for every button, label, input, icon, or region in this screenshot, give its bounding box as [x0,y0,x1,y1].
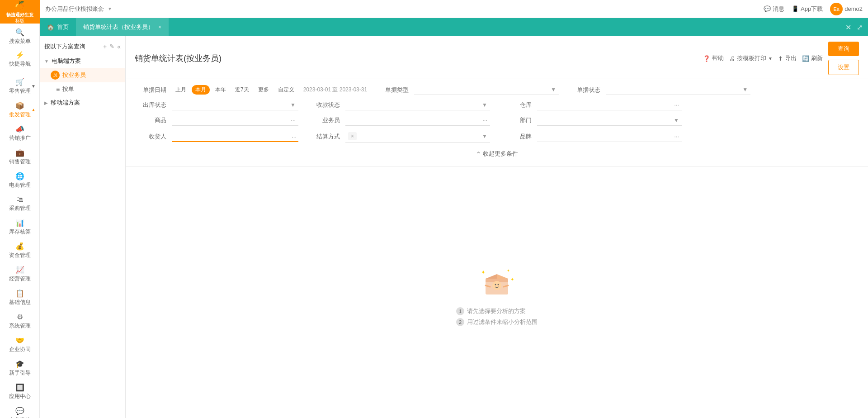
warehouse-select[interactable]: ··· [537,100,682,110]
sidebar-item-finance[interactable]: 💰 资金管理 [0,238,39,262]
left-panel-header: 按以下方案查询 + ✎ « [40,41,125,54]
export-label: 导出 [785,54,797,62]
brand-select[interactable]: ··· [537,131,682,142]
sidebar-item-basic[interactable]: 📋 基础信息 [0,285,39,309]
sidebar-quick-nav[interactable]: ⚡ 快捷导航 [0,48,39,71]
query-button[interactable]: 查询 [828,42,859,56]
empty-content: ✦ ✦ ✦ 1 请先选择要分析的方案 2 用过滤条件来缩小分析范围 [456,258,538,326]
tab-sales-stat[interactable]: 销货单统计表（按业务员） × [76,18,169,36]
tab-sales-stat-label: 销货单统计表（按业务员） [83,23,154,31]
ecommerce-icon: 🌐 [15,172,24,180]
doc-type-select[interactable]: ▼ [414,85,559,95]
corp-icon: 🤝 [15,336,24,345]
settle-arrow: ▼ [482,133,487,139]
refresh-button[interactable]: 🔄 刷新 [802,54,823,62]
sidebar-item-ecommerce[interactable]: 🌐 电商管理 [0,168,39,192]
settings-button[interactable]: 设置 [828,60,859,75]
receipt-status-label: 收款状态 [304,101,340,109]
date-tab-custom[interactable]: 自定义 [274,85,298,95]
nav-label: 快捷导航 [9,60,31,68]
collapse-panel-button[interactable]: « [117,43,121,50]
sidebar-item-corpwx[interactable]: 💬 企业微信 [0,403,39,418]
tab-home[interactable]: 🏠 首页 [40,18,76,36]
sidebar-item-marketing[interactable]: 📣 营销推广 [0,121,39,145]
settle-tag-remove[interactable]: × [351,133,354,139]
sidebar-item-operation[interactable]: 📈 经营管理 [0,262,39,285]
app-download-button[interactable]: 📱 App下载 [792,5,823,13]
msg-button[interactable]: 💬 消息 [764,5,784,13]
help-button[interactable]: ❓ 帮助 [703,54,724,62]
tab-close-all-button[interactable]: ✕ [844,21,853,33]
tree-item-by-salesperson[interactable]: 员 按业务员 [40,68,125,82]
collapse-filters-button[interactable]: ⌃ 收起更多条件 [135,147,859,161]
user-menu[interactable]: Ea demo2 [830,3,863,15]
tree-group-pc-header[interactable]: ▼ 电脑端方案 [40,54,125,68]
dept-select[interactable]: ▼ [537,115,682,126]
doc-type-label: 单据类型 [373,86,409,94]
tab-expand-button[interactable]: ⤢ [855,21,864,33]
edit-scheme-button[interactable]: ✎ [109,43,114,50]
msg-icon: 💬 [764,5,771,12]
operation-label: 经营管理 [9,275,31,283]
receiver-input[interactable] [172,131,298,142]
sidebar-item-inventory[interactable]: 📊 库存核算 [0,215,39,238]
sidebar-item-sales[interactable]: 💼 销售管理 [0,145,39,168]
tree-group-mobile-header[interactable]: ▶ 移动端方案 [40,96,125,109]
date-tabs: 上月 本月 本年 近7天 更多 自定义 [172,85,298,95]
date-tab-last7days[interactable]: 近7天 [231,85,253,95]
salesperson-label: 业务员 [304,116,340,124]
corp-label: 企业协同 [9,346,31,353]
search-label: 搜索菜单 [9,38,31,45]
receipt-status-select[interactable]: ▼ [345,100,490,110]
pc-group-arrow: ▼ [44,59,49,64]
print-icon: 🖨 [729,55,735,62]
date-tab-this-month[interactable]: 本月 [192,85,210,95]
help-label: 帮助 [712,54,724,62]
sidebar-item-appstore[interactable]: 🔲 应用中心 [0,380,39,403]
date-tab-more[interactable]: 更多 [255,85,273,95]
sidebar-item-wholesale[interactable]: 📦 批发管理 ▲ [0,98,39,121]
svg-text:✦: ✦ [481,269,486,276]
logo-text: 畅捷通好生意标版 [6,12,33,24]
right-content: 销货单统计表(按业务员) ❓ 帮助 🖨 按模板打印 ▼ ⬆ 导出 [126,36,868,418]
sidebar-item-retail[interactable]: 🛒 零售管理 ▼ [0,74,39,98]
refresh-label: 刷新 [811,54,823,62]
tree-group-pc: ▼ 电脑端方案 员 按业务员 ≡ 按单 [40,54,125,96]
settle-select[interactable]: × ▼ [345,130,490,142]
empty-tip-2: 2 用过滤条件来缩小分析范围 [456,318,538,326]
system-icon: ⚙ [17,313,23,321]
topbar-dropdown-arrow[interactable]: ▼ [108,6,112,11]
receiver-label: 收货人 [135,133,166,141]
sidebar-item-system[interactable]: ⚙ 系统管理 [0,309,39,332]
basic-icon: 📋 [15,289,24,298]
date-tab-this-year[interactable]: 本年 [212,85,230,95]
wholesale-arrow: ▲ [31,107,36,112]
wholesale-icon: 📦 [15,101,24,110]
sidebar-item-newbie[interactable]: 🎓 新手引导 [0,356,39,380]
receipt-status-arrow: ▼ [482,102,487,108]
filter-row-1: 单据日期 上月 本月 本年 近7天 更多 自定义 2023-03-01 至 20… [135,85,859,95]
newbie-label: 新手引导 [9,369,31,377]
sales-label: 销售管理 [9,158,31,166]
left-panel-title: 按以下方案查询 [44,43,85,51]
add-scheme-button[interactable]: + [103,43,107,50]
sidebar-item-purchase[interactable]: 🛍 采购管理 [0,192,39,215]
appstore-icon: 🔲 [15,383,24,392]
salesperson-select[interactable]: ··· [345,115,490,126]
sidebar-search-menu[interactable]: 🔍 搜索菜单 [0,24,39,48]
dept-label: 部门 [495,116,532,124]
out-status-select[interactable]: ▼ [172,100,298,110]
mobile-group-arrow: ▶ [44,100,48,105]
topbar-app-name: 办公用品行业模拟账套 [45,5,104,13]
tree-item-by-order[interactable]: ≡ 按单 [40,82,125,96]
receiver-input-wrapper: ··· [172,131,298,142]
receiver-dots-btn[interactable]: ··· [292,133,297,140]
tab-close-button[interactable]: × [158,24,161,30]
doc-status-select[interactable]: ▼ [606,85,750,95]
goods-select[interactable]: ··· [172,115,298,126]
export-button[interactable]: ⬆ 导出 [778,54,797,62]
template-print-button[interactable]: 🖨 按模板打印 ▼ [729,54,773,62]
brand-dots: ··· [674,133,679,140]
date-tab-last-month[interactable]: 上月 [172,85,190,95]
sidebar-item-corp[interactable]: 🤝 企业协同 [0,332,39,356]
